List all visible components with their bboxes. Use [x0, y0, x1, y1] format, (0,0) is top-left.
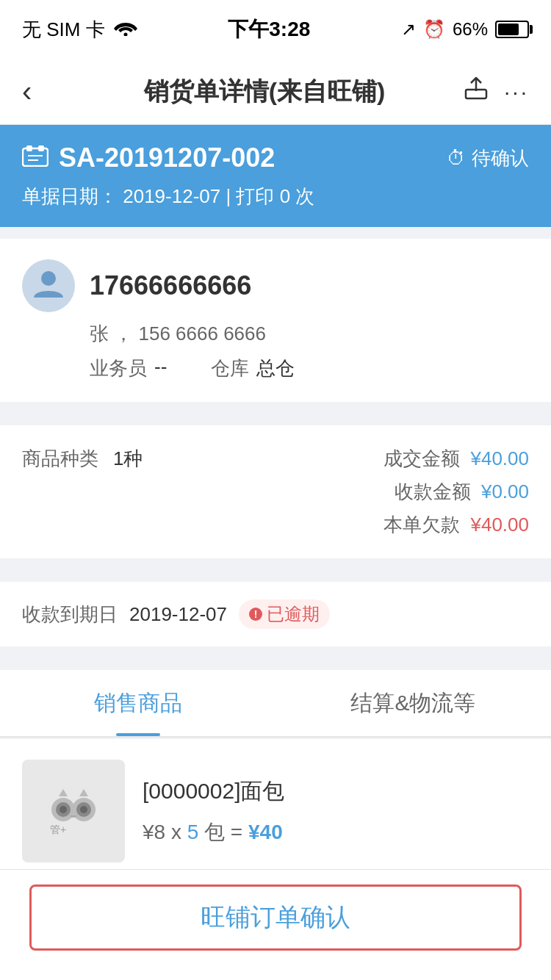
overdue-text: 已逾期	[267, 602, 320, 626]
due-date-section: 收款到期日 2019-12-07 ! 已逾期	[0, 582, 551, 646]
status-indicators: ↗ ⏰ 66%	[401, 19, 529, 40]
tab-settlement-label: 结算&物流等	[350, 688, 475, 718]
customer-main-row: 17666666666	[22, 259, 529, 312]
confirm-order-button[interactable]: 旺铺订单确认	[29, 884, 522, 951]
order-date-row: 单据日期： 2019-12-07 | 打印 0 次	[22, 184, 529, 209]
status-clock-icon: ⏱	[447, 147, 466, 170]
stats-left: 商品种类 1种	[22, 446, 276, 472]
salesperson-item: 业务员 --	[90, 356, 167, 381]
print-label: 打印	[236, 185, 274, 207]
alarm-icon: ⏰	[423, 19, 445, 40]
tab-settlement[interactable]: 结算&物流等	[276, 670, 551, 736]
tab-sales-label: 销售商品	[94, 688, 182, 718]
wifi-icon	[114, 18, 137, 41]
order-id: SA-20191207-002	[59, 143, 275, 173]
amount-value: ¥40.00	[470, 447, 529, 470]
divider-2	[0, 414, 551, 425]
amount-label: 成交金额	[383, 446, 460, 472]
avatar-icon	[32, 267, 65, 306]
tab-active-underline	[116, 733, 160, 736]
product-price: ¥8	[143, 821, 165, 843]
nav-actions: ···	[463, 75, 529, 108]
customer-name-phone: 张 ， 156 6666 6666	[22, 321, 529, 347]
warehouse-value: 总仓	[256, 356, 295, 381]
svg-text:管+: 管+	[50, 824, 66, 835]
received-row: 收款金额 ¥0.00	[395, 479, 529, 505]
more-button[interactable]: ···	[504, 79, 529, 104]
owe-value: ¥40.00	[470, 514, 529, 536]
page-title: 销货单详情(来自旺铺)	[144, 75, 386, 109]
tabs-section: 销售商品 结算&物流等	[0, 670, 551, 736]
due-date-label: 收款到期日	[22, 602, 118, 627]
warehouse-label: 仓库	[211, 356, 249, 381]
owe-row: 本单欠款 ¥40.00	[383, 512, 529, 538]
customer-meta: 业务员 -- 仓库 总仓	[22, 356, 529, 381]
status-text: 待确认	[472, 145, 529, 171]
product-item: 管+ [0000002]面包 ¥8 x 5 包 = ¥40	[22, 760, 529, 862]
nav-bar: ‹ 销货单详情(来自旺铺) ···	[0, 59, 551, 125]
location-icon: ↗	[401, 19, 416, 40]
product-price-row: ¥8 x 5 包 = ¥40	[143, 818, 529, 846]
battery-percent: 66%	[453, 19, 488, 40]
amount-row: 成交金额 ¥40.00	[383, 446, 529, 472]
tab-sales-products[interactable]: 销售商品	[0, 670, 276, 736]
product-unit: 包	[204, 821, 225, 843]
order-header: SA-20191207-002 ⏱ 待确认 单据日期： 2019-12-07 |…	[0, 125, 551, 227]
divider-4	[0, 658, 551, 670]
svg-rect-3	[23, 148, 48, 166]
bottom-bar: 旺铺订单确认	[0, 869, 551, 980]
salesperson-label: 业务员	[90, 356, 147, 381]
product-thumbnail: 管+	[22, 760, 125, 862]
tabs-divider	[0, 736, 551, 738]
svg-rect-4	[26, 145, 32, 151]
salesperson-value: --	[154, 356, 167, 381]
received-value: ¥0.00	[481, 480, 529, 503]
date-value: 2019-12-07	[123, 185, 220, 207]
date-label: 单据日期：	[22, 185, 118, 207]
customer-phone: 17666666666	[90, 270, 251, 301]
product-section: 管+ [0000002]面包 ¥8 x 5 包 = ¥40	[0, 739, 551, 883]
svg-point-0	[123, 32, 127, 36]
product-name: [0000002]面包	[143, 777, 529, 807]
order-type-icon	[22, 144, 48, 173]
status-bar: 无 SIM 卡 下午3:28 ↗ ⏰ 66%	[0, 0, 551, 59]
status-carrier: 无 SIM 卡	[22, 17, 137, 43]
stats-section: 商品种类 1种 成交金额 ¥40.00 收款金额 ¥0.00 本单欠款 ¥40.…	[0, 425, 551, 558]
order-number-row: SA-20191207-002	[22, 143, 275, 173]
product-details: [0000002]面包 ¥8 x 5 包 = ¥40	[143, 760, 529, 862]
customer-alt-phone: 156 6666 6666	[138, 323, 266, 345]
customer-section: 17666666666 张 ， 156 6666 6666 业务员 -- 仓库 …	[0, 239, 551, 402]
avatar	[22, 259, 75, 312]
overdue-icon: !	[249, 608, 262, 621]
overdue-badge: ! 已逾期	[239, 599, 330, 629]
product-type-label: 商品种类	[22, 446, 98, 472]
export-button[interactable]	[463, 75, 489, 108]
product-qty: 5	[187, 821, 199, 843]
divider-3	[0, 570, 551, 582]
back-button[interactable]: ‹	[22, 75, 66, 108]
customer-name: 张	[90, 323, 109, 345]
svg-point-8	[41, 271, 56, 286]
product-type-value: 1种	[113, 446, 143, 472]
svg-point-13	[60, 806, 67, 813]
carrier-label: 无 SIM 卡	[22, 17, 105, 43]
due-date-value: 2019-12-07	[129, 603, 227, 626]
stats-right: 成交金额 ¥40.00 收款金额 ¥0.00 本单欠款 ¥40.00	[276, 446, 529, 538]
warehouse-item: 仓库 总仓	[211, 356, 295, 381]
received-label: 收款金额	[395, 479, 471, 505]
date-separator: |	[226, 185, 236, 207]
order-status: ⏱ 待确认	[447, 145, 529, 171]
svg-rect-5	[38, 145, 44, 151]
divider-1	[0, 227, 551, 239]
owe-label: 本单欠款	[383, 512, 460, 538]
svg-point-14	[80, 806, 87, 813]
battery-icon	[495, 21, 529, 38]
status-time: 下午3:28	[228, 15, 310, 43]
product-total: ¥40	[248, 821, 283, 843]
